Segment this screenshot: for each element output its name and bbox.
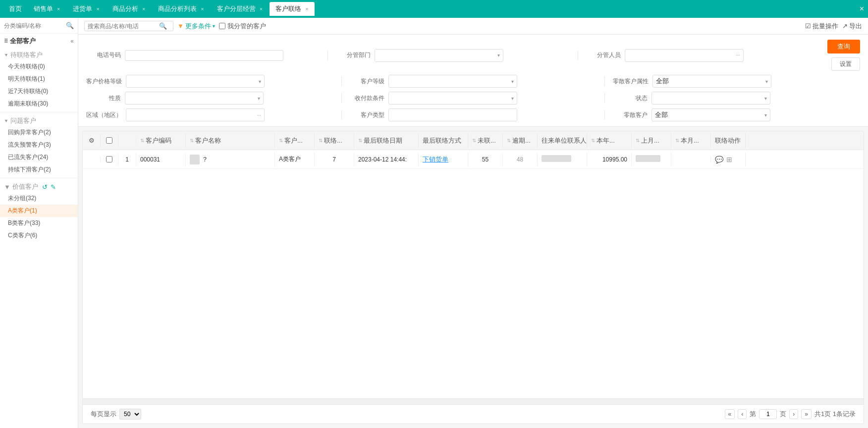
last-page-btn[interactable]: » bbox=[801, 409, 812, 419]
sidebar-item-class-b[interactable]: B类客户(33) bbox=[0, 217, 78, 229]
main-search-icon[interactable]: 🔍 bbox=[159, 22, 167, 30]
th-unit-contact[interactable]: 往来单位联系人 bbox=[538, 133, 587, 148]
nav-tab-analysis[interactable]: 商品分析 × bbox=[107, 2, 151, 16]
region-select[interactable]: ··· bbox=[126, 108, 265, 121]
td-settings bbox=[83, 157, 101, 162]
close-tab-customer-contact[interactable]: × bbox=[305, 6, 308, 12]
row-checkbox[interactable] bbox=[106, 156, 112, 162]
price-grade-field: 客户价格等级 ▾ bbox=[86, 75, 333, 88]
th-this-month[interactable]: ⇅ 本月... bbox=[671, 133, 711, 148]
nav-tab-analysis-list[interactable]: 商品分析列表 × bbox=[152, 2, 210, 16]
last-month-placeholder bbox=[636, 155, 660, 162]
batch-op-btn[interactable]: ☑ 批量操作 bbox=[805, 22, 838, 31]
status-field: 状态 ▾ bbox=[613, 92, 860, 105]
retail-customer-select[interactable]: 全部 ▾ bbox=[651, 108, 770, 121]
th-this-year[interactable]: ⇅ 本年... bbox=[587, 133, 632, 148]
dept-arrow: ▾ bbox=[497, 53, 500, 58]
nav-tab-customer-tier[interactable]: 客户分层经营 × bbox=[211, 2, 269, 16]
sidebar-item-tomorrow[interactable]: 明天待联络(1) bbox=[0, 73, 78, 85]
th-no-contact[interactable]: ⇅ 未联... bbox=[468, 133, 503, 148]
sidebar-item-churn-warning[interactable]: 流失预警客户(3) bbox=[0, 139, 78, 151]
sidebar-item-declining[interactable]: 持续下滑客户(2) bbox=[0, 163, 78, 176]
th-settings[interactable]: ⚙ bbox=[83, 134, 101, 147]
th-type[interactable]: ⇅ 客户... bbox=[275, 133, 315, 148]
status-select[interactable]: ▾ bbox=[651, 92, 770, 105]
grid-action-icon[interactable]: ⊞ bbox=[726, 156, 732, 163]
query-area: 查询 设置 bbox=[819, 40, 860, 71]
refresh-value-icon[interactable]: ↺ bbox=[42, 183, 48, 191]
sidebar-item-churned[interactable]: 已流失客户(24) bbox=[0, 151, 78, 163]
staff-select[interactable]: ··· bbox=[625, 49, 744, 62]
th-contact[interactable]: ⇅ 联络... bbox=[315, 133, 354, 148]
export-btn[interactable]: ↗ 导出 bbox=[842, 22, 862, 31]
main-search-input[interactable] bbox=[88, 23, 157, 30]
sidebar-item-class-c[interactable]: C类客户(6) bbox=[0, 229, 78, 242]
th-last-month[interactable]: ⇅ 上月... bbox=[632, 133, 671, 148]
sidebar-item-unclassified[interactable]: 未分组(32) bbox=[0, 192, 78, 205]
customer-grade-select[interactable]: ▾ bbox=[388, 75, 517, 88]
td-check[interactable] bbox=[101, 153, 118, 165]
query-btn[interactable]: 查询 bbox=[827, 40, 860, 54]
main-search-box: 🔍 bbox=[84, 21, 173, 31]
prev-page-btn[interactable]: ‹ bbox=[738, 409, 747, 419]
payment-select[interactable]: ▾ bbox=[388, 92, 517, 105]
chat-action-icon[interactable]: 💬 bbox=[715, 156, 723, 163]
sidebar-search-input[interactable] bbox=[4, 22, 64, 29]
retail-attr-select[interactable]: 全部 ▾ bbox=[652, 75, 771, 88]
nature-select[interactable]: ▾ bbox=[125, 92, 264, 105]
divider-v-6 bbox=[604, 93, 605, 103]
settings-btn[interactable]: 设置 bbox=[831, 57, 860, 71]
price-grade-select[interactable]: ▾ bbox=[126, 75, 265, 88]
my-customers-check[interactable]: 我分管的客户 bbox=[219, 22, 266, 31]
sidebar-item-class-a[interactable]: A类客户(1) bbox=[0, 205, 78, 217]
settings-gear-icon[interactable]: ⚙ bbox=[89, 137, 95, 144]
close-tab-analysis[interactable]: × bbox=[142, 6, 145, 12]
close-all-btn[interactable]: × bbox=[860, 4, 864, 13]
td-last-method[interactable]: 下销货单 bbox=[419, 152, 468, 167]
region-field: 区域（地区） ··· bbox=[86, 108, 333, 121]
th-code[interactable]: ⇅ 客户编码 bbox=[136, 133, 186, 148]
td-this-month bbox=[671, 157, 711, 162]
select-all-checkbox[interactable] bbox=[106, 137, 112, 144]
sidebar-search-icon[interactable]: 🔍 bbox=[66, 22, 74, 29]
customer-type-select[interactable] bbox=[388, 108, 517, 121]
close-tab-analysis-list[interactable]: × bbox=[201, 6, 204, 12]
th-overdue[interactable]: ⇅ 逾期... bbox=[503, 133, 538, 148]
per-page-select[interactable]: 50 bbox=[119, 409, 141, 420]
dept-field: 分管部门 ▾ bbox=[336, 49, 569, 62]
sidebar-collapse-btn[interactable]: « bbox=[70, 38, 74, 45]
payment-arrow: ▾ bbox=[511, 96, 514, 101]
sidebar-item-overdue[interactable]: 逾期未联络(30) bbox=[0, 98, 78, 110]
close-tab-purchase[interactable]: × bbox=[96, 6, 99, 12]
more-filters-btn[interactable]: ▼ 更多条件 ▾ bbox=[177, 22, 215, 31]
th-check[interactable] bbox=[101, 134, 118, 147]
main-layout: 🔍 ⠿ 全部客户 « ▼ 待联络客户 今天待联络(0) 明天待联络(1) 近7天… bbox=[0, 18, 868, 428]
phone-input[interactable] bbox=[125, 50, 283, 61]
dept-select[interactable]: ▾ bbox=[375, 49, 503, 62]
close-tab-sales[interactable]: × bbox=[57, 6, 60, 12]
th-name[interactable]: ⇅ 客户名称 bbox=[186, 133, 275, 148]
last-method-link[interactable]: 下销货单 bbox=[423, 156, 448, 163]
all-customers-header[interactable]: ⠿ 全部客户 « bbox=[0, 34, 78, 49]
sidebar-item-abnormal[interactable]: 回购异常客户(2) bbox=[0, 126, 78, 139]
close-tab-customer-tier[interactable]: × bbox=[260, 6, 263, 12]
nav-tab-customer-contact[interactable]: 客户联络 × bbox=[270, 2, 314, 16]
edit-value-icon[interactable]: ✎ bbox=[51, 183, 56, 191]
customer-grade-arrow: ▾ bbox=[511, 79, 514, 84]
sidebar-item-7days[interactable]: 近7天待联络(0) bbox=[0, 85, 78, 98]
table-scroll-area[interactable]: 1 000031 ？ A类客户 7 2023-04-12 14:44: 下销货单 bbox=[83, 150, 864, 398]
horizontal-scrollbar[interactable] bbox=[83, 398, 864, 404]
nav-home[interactable]: 首页 bbox=[4, 4, 27, 13]
retail-customer-arrow: ▾ bbox=[764, 112, 767, 118]
retail-attr-field: 零散客户属性 全部 ▾ bbox=[613, 75, 860, 88]
sidebar-item-today[interactable]: 今天待联络(0) bbox=[0, 60, 78, 73]
current-page-input[interactable] bbox=[759, 409, 777, 419]
next-page-btn[interactable]: › bbox=[789, 409, 798, 419]
first-page-btn[interactable]: « bbox=[725, 409, 735, 419]
th-last-date[interactable]: ⇅ 最后联络日期 bbox=[354, 133, 419, 148]
th-last-method[interactable]: 最后联络方式 bbox=[419, 133, 468, 148]
nav-tab-sales[interactable]: 销售单 × bbox=[28, 2, 66, 16]
price-grade-label: 客户价格等级 bbox=[86, 77, 122, 86]
my-customers-checkbox[interactable] bbox=[219, 23, 225, 29]
nav-tab-purchase[interactable]: 进货单 × bbox=[67, 2, 105, 16]
